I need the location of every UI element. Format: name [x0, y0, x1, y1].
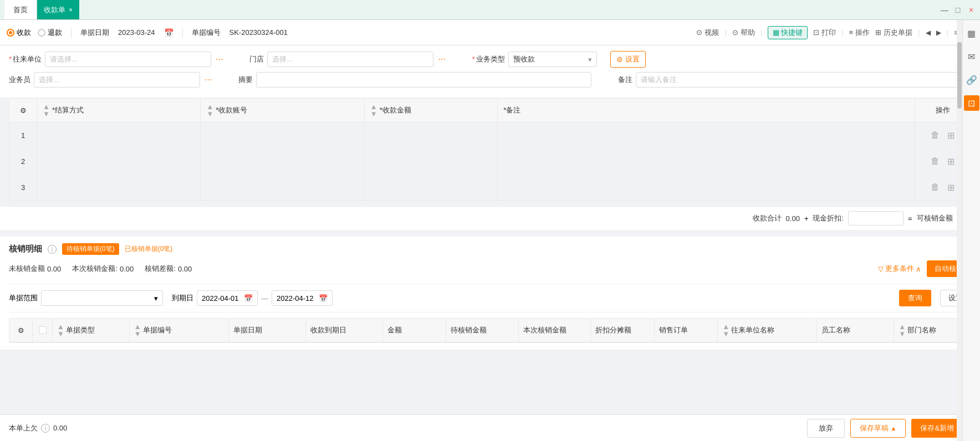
range-select[interactable]: ▾ — [41, 290, 163, 306]
row3-copy-icon[interactable]: ⊞ — [945, 182, 956, 193]
row3-account[interactable] — [201, 175, 364, 200]
staff-more-icon[interactable]: ··· — [205, 75, 212, 85]
next-button[interactable]: ▶ — [936, 29, 941, 37]
abandon-button[interactable]: 放弃 — [807, 419, 845, 438]
row1-amount[interactable] — [365, 122, 498, 148]
operation-button[interactable]: ≡ 操作 — [849, 28, 870, 38]
top-toolbar: 收款 退款 单据日期 2023-03-24 📅 单据编号 SK-20230324… — [0, 20, 980, 45]
summary-input[interactable] — [256, 72, 591, 88]
shortcut-button[interactable]: ▦ 快捷键 — [768, 26, 808, 39]
done-tab[interactable]: 已核销单据(0笔) — [125, 244, 173, 254]
row1-account[interactable] — [201, 122, 364, 148]
store-more-icon[interactable]: ··· — [438, 54, 445, 64]
row1-delete-icon[interactable]: 🗑 — [930, 130, 941, 141]
radio-receive[interactable]: 收款 — [7, 28, 31, 38]
sidebar-link-icon[interactable]: 🔗 — [964, 72, 979, 88]
radio-receive-label: 收款 — [17, 28, 31, 38]
calendar-icon[interactable]: 📅 — [164, 28, 173, 37]
store-input[interactable]: 选择... — [267, 52, 433, 67]
print-button[interactable]: ⊡ 打印 — [813, 28, 836, 38]
table-row: 1 🗑 ⊞ — [9, 122, 971, 148]
row1-remark[interactable] — [498, 122, 915, 148]
row2-account[interactable] — [201, 148, 364, 174]
video-icon: ⊙ — [696, 28, 702, 37]
pending-tab[interactable]: 待核销单据(0笔) — [62, 243, 119, 255]
partner-more-icon[interactable]: ··· — [216, 54, 223, 64]
vcol-order: 销售订单 — [655, 319, 718, 342]
business-chevron-icon: ▾ — [588, 55, 592, 64]
radio-refund-dot — [38, 29, 45, 37]
row1-num: 1 — [9, 122, 37, 148]
vcol-number: ▲▼ 单据编号 — [130, 319, 229, 342]
row1-copy-icon[interactable]: ⊞ — [945, 130, 956, 141]
vcol-gear-icon[interactable]: ⚙ — [18, 326, 24, 335]
close-button[interactable]: × — [967, 6, 976, 14]
history-icon: ⊞ — [875, 28, 881, 37]
vcol-pending: 待核销金额 — [446, 319, 519, 342]
business-select[interactable]: 预收款 ▾ — [508, 52, 597, 67]
row3-remark[interactable] — [498, 175, 915, 200]
verify-info-icon[interactable]: i — [48, 245, 57, 254]
row2-method[interactable] — [37, 148, 201, 174]
radio-refund-label: 退款 — [48, 28, 62, 38]
sidebar-camera-icon[interactable]: ⊡ — [964, 95, 979, 111]
prev-button[interactable]: ◀ — [926, 29, 931, 37]
remark-input[interactable]: 请输入备注 — [636, 72, 971, 88]
row2-amount[interactable] — [365, 148, 498, 174]
help-icon: ⊙ — [732, 28, 738, 37]
date-to-input[interactable]: 2022-04-12 📅 — [272, 290, 333, 306]
bottom-info: 本单上欠 i 0.00 — [9, 423, 67, 433]
partner-label: *往来单位 — [9, 54, 42, 64]
query-button[interactable]: 查询 — [899, 290, 931, 306]
row2-delete-icon[interactable]: 🗑 — [930, 156, 941, 167]
partner-input[interactable]: 请选择... — [45, 52, 211, 67]
filter-row: 单据范围 ▾ 到期日 2022-04-01 📅 — 2022-04-12 📅 查… — [9, 284, 971, 312]
radio-refund[interactable]: 退款 — [38, 28, 62, 38]
verify-title-text: 核销明细 — [9, 244, 42, 254]
bottom-right-buttons: 放弃 保存草稿 ▲ 保存&新增 ▲ — [807, 419, 971, 438]
business-label: *业务类型 — [472, 54, 505, 64]
tab-close-icon[interactable]: × — [69, 6, 73, 14]
row2-copy-icon[interactable]: ⊞ — [945, 156, 956, 167]
history-button[interactable]: ⊞ 历史单据 — [875, 28, 912, 38]
row1-method[interactable] — [37, 122, 201, 148]
date-label: 单据日期 — [80, 28, 109, 38]
toolbar-right: ⊙ 视频 | ⊙ 帮助 | ▦ 快捷键 ⊡ 打印 | ≡ 操作 ⊞ 历史单据 |… — [696, 26, 973, 39]
scrollbar-thumb[interactable] — [957, 42, 962, 109]
shortcut-icon: ▦ — [773, 28, 779, 37]
help-button[interactable]: ⊙ 帮助 — [732, 28, 755, 38]
scrollbar[interactable] — [957, 20, 962, 441]
vcol-partner: ▲▼ 往来单位名称 — [718, 319, 817, 342]
table-header: ⚙ ▲▼ *结算方式 ▲▼ *收款账号 ▲▼ *收款金额 *备注 操作 — [9, 99, 971, 122]
form-section: *往来单位 请选择... ··· 门店 选择... ··· *业务类型 预收款 … — [0, 45, 980, 98]
vcol-type: ▲▼ 单据类型 — [53, 319, 130, 342]
row3-delete-icon[interactable]: 🗑 — [930, 182, 941, 193]
row3-method[interactable] — [37, 175, 201, 200]
save-draft-button[interactable]: 保存草稿 ▲ — [850, 419, 906, 438]
maximize-button[interactable]: □ — [953, 6, 962, 14]
right-sidebar: ▦ ✉ 🔗 ⊡ — [962, 20, 980, 441]
row3-amount[interactable] — [365, 175, 498, 200]
date-from-input[interactable]: 2022-04-01 📅 — [197, 290, 258, 306]
discount-input[interactable] — [848, 211, 904, 225]
select-all-checkbox[interactable] — [39, 326, 47, 334]
vcol-settings: ⚙ — [9, 319, 33, 342]
tab-home-label: 首页 — [13, 5, 28, 15]
verify-table-header: ⚙ ▲▼ 单据类型 ▲▼ 单据编号 单据日期 收款到期日 金额 — [9, 319, 971, 342]
discount-label: 现金折扣: — [813, 213, 844, 223]
minimize-button[interactable]: — — [940, 6, 949, 14]
tab-active[interactable]: 收款单 × — [37, 0, 79, 19]
this-cancel-stat: 本次核销金额: 0.00 — [72, 264, 134, 274]
tab-active-label: 收款单 — [44, 5, 65, 15]
settings-button[interactable]: ⚙ 设置 — [610, 51, 646, 68]
sidebar-table-icon[interactable]: ▦ — [964, 25, 979, 41]
settings-gear-icon[interactable]: ⚙ — [20, 106, 27, 115]
bottom-info-icon[interactable]: i — [41, 424, 50, 433]
more-conditions-link[interactable]: ▽ 更多条件 ∧ — [878, 264, 921, 274]
video-button[interactable]: ⊙ 视频 — [696, 28, 719, 38]
staff-input[interactable]: 选择... — [34, 72, 200, 88]
tab-home[interactable]: 首页 — [4, 0, 37, 19]
bottom-value: 0.00 — [53, 424, 67, 432]
sidebar-email-icon[interactable]: ✉ — [964, 49, 979, 64]
row2-remark[interactable] — [498, 148, 915, 174]
